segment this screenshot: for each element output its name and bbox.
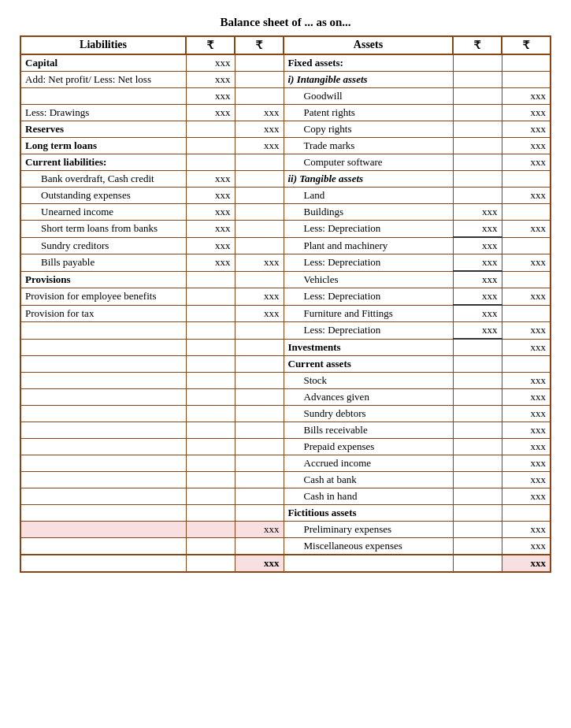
asset-amt2 [502, 171, 551, 188]
liabilities-header: Liabilities [20, 36, 186, 54]
liability-label: Unearned income [20, 204, 186, 221]
table-row: Provision for taxxxxFurniture and Fittin… [20, 305, 551, 322]
asset-amt2: xxx [502, 221, 551, 238]
asset-amt1: xxx [453, 237, 502, 254]
liability-amt1 [186, 438, 235, 455]
asset-amt2 [502, 305, 551, 322]
asset-amt1 [453, 372, 502, 388]
asset-amt1 [453, 105, 502, 121]
asset-amt2: xxx [502, 521, 551, 537]
assets-header: Assets [284, 36, 453, 54]
table-row: Bills payablexxxxxxLess: Depreciationxxx… [20, 254, 551, 272]
liability-label [20, 504, 186, 521]
asset-amt1 [453, 171, 502, 188]
liability-amt2 [235, 405, 284, 422]
table-row: Cash in handxxx [20, 488, 551, 504]
asset-amt1 [453, 355, 502, 372]
liability-amt1 [186, 372, 235, 388]
total-liab-amt2: xxx [235, 555, 284, 572]
asset-label: Trade marks [284, 138, 453, 154]
liability-label: Provision for tax [20, 305, 186, 322]
liability-amt1 [186, 405, 235, 422]
liability-amt1 [186, 422, 235, 438]
liability-amt2 [235, 455, 284, 471]
asset-amt2: xxx [502, 121, 551, 138]
asset-label: Furniture and Fittings [284, 305, 453, 322]
liability-amt1 [186, 355, 235, 372]
table-row: Sundry debtorsxxx [20, 405, 551, 422]
asset-amt1 [453, 521, 502, 537]
asset-amt1 [453, 54, 502, 72]
table-row: Bills receivablexxx [20, 422, 551, 438]
asset-label: Less: Depreciation [284, 221, 453, 238]
asset-amt1 [453, 72, 502, 88]
asset-label: Copy rights [284, 121, 453, 138]
liability-amt1: xxx [186, 171, 235, 188]
liability-label: Reserves [20, 121, 186, 138]
table-row: Long term loansxxxTrade marksxxx [20, 138, 551, 154]
asset-amt2: xxx [502, 422, 551, 438]
asset-amt2: xxx [502, 405, 551, 422]
asset-amt2 [502, 204, 551, 221]
liability-amt2 [235, 355, 284, 372]
asset-amt2 [502, 54, 551, 72]
asset-amt2 [502, 355, 551, 372]
rupee-header-1: ₹ [186, 36, 235, 54]
liability-amt1 [186, 537, 235, 555]
liability-amt1 [186, 138, 235, 154]
asset-amt1: xxx [453, 271, 502, 288]
liability-amt2 [235, 471, 284, 488]
asset-label: Miscellaneous expenses [284, 537, 453, 555]
total-asset-label [284, 555, 453, 572]
table-row: xxxGoodwillxxx [20, 88, 551, 105]
liability-amt1 [186, 322, 235, 340]
liability-amt2 [235, 72, 284, 88]
table-row: Advances givenxxx [20, 388, 551, 405]
asset-amt1 [453, 121, 502, 138]
liability-label [20, 339, 186, 355]
table-row: Less: Depreciationxxxxxx [20, 322, 551, 340]
asset-amt2: xxx [502, 188, 551, 204]
asset-amt1 [453, 537, 502, 555]
liability-amt2 [235, 504, 284, 521]
total-asset-amt1 [453, 555, 502, 572]
liability-amt1 [186, 339, 235, 355]
liability-amt2 [235, 271, 284, 288]
table-row: Current assets [20, 355, 551, 372]
table-row: Prepaid expensesxxx [20, 438, 551, 455]
asset-label: ii) Tangible assets [284, 171, 453, 188]
liability-label: Less: Drawings [20, 105, 186, 121]
asset-amt1 [453, 339, 502, 355]
asset-label: i) Intangible assets [284, 72, 453, 88]
liability-amt2: xxx [235, 254, 284, 272]
asset-amt2: xxx [502, 288, 551, 306]
asset-label: Stock [284, 372, 453, 388]
page-title: Balance sheet of ... as on... [20, 16, 551, 29]
liability-label: Sundry creditors [20, 237, 186, 254]
liability-amt2 [235, 322, 284, 340]
table-row: CapitalxxxFixed assets: [20, 54, 551, 72]
liability-label: Long term loans [20, 138, 186, 154]
table-row: ReservesxxxCopy rightsxxx [20, 121, 551, 138]
liability-label: Short term loans from banks [20, 221, 186, 238]
liability-amt1 [186, 288, 235, 306]
liability-amt2 [235, 88, 284, 105]
asset-amt1 [453, 488, 502, 504]
liability-amt2 [235, 204, 284, 221]
liability-amt1 [186, 271, 235, 288]
balance-sheet-table: Liabilities ₹ ₹ Assets ₹ ₹ CapitalxxxFix… [20, 35, 551, 573]
liability-amt2: xxx [235, 288, 284, 306]
table-row: xxxPreliminary expensesxxx [20, 521, 551, 537]
liability-amt1: xxx [186, 204, 235, 221]
liability-amt2 [235, 488, 284, 504]
liability-label [20, 537, 186, 555]
asset-label: Accrued income [284, 455, 453, 471]
liability-amt2 [235, 388, 284, 405]
asset-amt2: xxx [502, 339, 551, 355]
liability-amt1 [186, 455, 235, 471]
asset-label: Goodwill [284, 88, 453, 105]
asset-label: Patent rights [284, 105, 453, 121]
liability-label: Outstanding expenses [20, 188, 186, 204]
asset-amt1 [453, 438, 502, 455]
table-row: Sundry creditorsxxxPlant and machineryxx… [20, 237, 551, 254]
